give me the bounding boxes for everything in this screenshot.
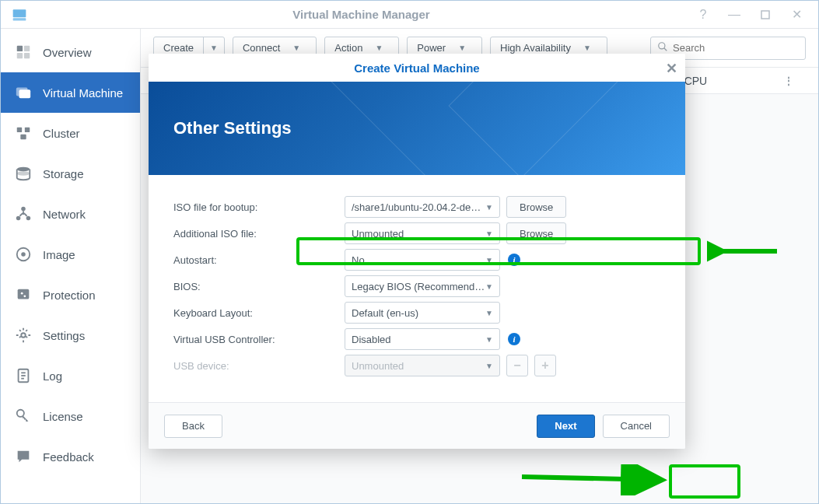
autostart-label: Autostart: [173, 254, 345, 266]
svg-point-14 [21, 207, 26, 212]
keyboard-value: Default (en-us) [352, 307, 485, 319]
column-options-icon[interactable]: ⋮ [783, 75, 795, 87]
sidebar-item-label: Storage [43, 167, 84, 180]
sidebar-item-network[interactable]: Network [1, 194, 140, 234]
svg-rect-8 [19, 89, 31, 98]
back-button[interactable]: Back [164, 415, 222, 438]
sidebar-item-storage[interactable]: Storage [1, 153, 140, 194]
cancel-button[interactable]: Cancel [603, 415, 670, 438]
sidebar-item-label: Feedback [43, 450, 94, 464]
autostart-value: No [352, 254, 485, 266]
svg-rect-4 [24, 46, 30, 51]
addl-iso-browse-button[interactable]: Browse [506, 222, 566, 244]
storage-icon [15, 165, 32, 182]
row-autostart: Autostart: No ▼ i [173, 247, 660, 273]
svg-rect-2 [761, 11, 769, 19]
iso-boot-select[interactable]: /share1/ubuntu-20.04.2-desktop-amd64.iso… [345, 196, 500, 218]
caret-down-icon: ▼ [485, 282, 493, 291]
protection-icon [15, 286, 32, 303]
info-icon[interactable]: i [508, 333, 520, 345]
usbctrl-label: Virtual USB Controller: [173, 334, 345, 345]
caret-down-icon: ▼ [485, 203, 493, 212]
bios-value: Legacy BIOS (Recommended) [352, 281, 485, 292]
sidebar-item-settings[interactable]: Settings [1, 315, 140, 355]
caret-down-icon: ▼ [485, 362, 493, 370]
iso-boot-browse-button[interactable]: Browse [506, 196, 566, 218]
close-button[interactable]: ✕ [781, 7, 812, 22]
row-additional-iso: Additional ISO file: Unmounted ▼ Browse [173, 220, 660, 247]
image-icon [15, 246, 32, 263]
usbctrl-select[interactable]: Disabled ▼ [345, 328, 500, 350]
action-label: Action [334, 42, 362, 54]
svg-point-18 [21, 252, 26, 257]
keyboard-select[interactable]: Default (en-us) ▼ [345, 302, 500, 324]
sidebar-item-label: Log [43, 369, 62, 383]
sidebar: Overview Virtual Machine Cluster Storage… [1, 29, 141, 503]
caret-down-icon: ▼ [577, 44, 597, 52]
row-usb-device: USB device: Unmounted ▼ − + [173, 352, 660, 379]
autostart-select[interactable]: No ▼ [345, 249, 500, 271]
info-icon[interactable]: i [508, 254, 520, 266]
caret-down-icon: ▼ [485, 256, 493, 264]
sidebar-item-label: License [43, 410, 83, 423]
bios-select[interactable]: Legacy BIOS (Recommended) ▼ [345, 275, 500, 297]
sidebar-item-label: Settings [43, 329, 85, 342]
svg-point-20 [21, 292, 23, 295]
sidebar-item-log[interactable]: Log [1, 355, 140, 396]
modal-heading: Other Settings [173, 118, 292, 138]
svg-point-13 [17, 171, 30, 176]
log-icon [15, 367, 32, 384]
overview-icon [15, 44, 32, 61]
app-window: Virtual Machine Manager ? — ✕ Overview V… [0, 0, 819, 504]
sidebar-item-virtual-machine[interactable]: Virtual Machine [1, 72, 140, 113]
caret-down-icon: ▼ [485, 229, 493, 238]
usbdev-remove-button: − [506, 355, 528, 376]
svg-rect-6 [24, 53, 30, 58]
caret-down-icon: ▼ [286, 44, 306, 52]
addl-iso-label: Additional ISO file: [173, 228, 345, 240]
power-label: Power [417, 42, 446, 54]
sidebar-item-cluster[interactable]: Cluster [1, 113, 140, 153]
create-vm-modal: Create Virtual Machine ✕ Other Settings … [149, 54, 685, 449]
sidebar-item-license[interactable]: License [1, 396, 140, 436]
license-icon [15, 408, 32, 425]
next-button[interactable]: Next [537, 415, 594, 438]
svg-point-21 [23, 295, 26, 297]
modal-banner: Other Settings [149, 82, 685, 175]
svg-point-12 [17, 167, 30, 172]
sidebar-item-image[interactable]: Image [1, 234, 140, 275]
caret-down-icon: ▼ [369, 44, 389, 52]
feedback-icon [15, 448, 32, 465]
sidebar-item-label: Protection [43, 289, 96, 302]
bios-label: BIOS: [173, 281, 345, 292]
row-iso-boot: ISO file for bootup: /share1/ubuntu-20.0… [173, 194, 660, 220]
caret-down-icon: ▼ [485, 335, 493, 344]
form-area: ISO file for bootup: /share1/ubuntu-20.0… [149, 175, 685, 402]
usbdev-add-button: + [534, 355, 556, 376]
svg-rect-3 [17, 46, 23, 51]
modal-close-button[interactable]: ✕ [666, 60, 677, 77]
sidebar-item-label: Overview [43, 46, 92, 59]
search-input[interactable] [668, 41, 805, 54]
svg-point-15 [16, 216, 21, 221]
usbctrl-value: Disabled [352, 334, 485, 345]
help-button[interactable]: ? [688, 8, 719, 22]
network-icon [15, 205, 32, 222]
usbdev-label: USB device: [173, 360, 345, 372]
keyboard-label: Keyboard Layout: [173, 307, 345, 319]
usbdev-select: Unmounted ▼ [345, 355, 500, 376]
sidebar-item-feedback[interactable]: Feedback [1, 436, 140, 477]
cluster-icon [15, 124, 32, 142]
addl-iso-select[interactable]: Unmounted ▼ [345, 222, 500, 244]
sidebar-item-protection[interactable]: Protection [1, 275, 140, 315]
sidebar-item-label: Network [43, 208, 86, 221]
maximize-button[interactable] [750, 8, 781, 22]
app-icon [12, 7, 27, 23]
sidebar-item-overview[interactable]: Overview [1, 32, 140, 72]
svg-rect-19 [18, 289, 30, 299]
svg-rect-11 [20, 135, 26, 139]
addl-iso-value: Unmounted [352, 228, 485, 240]
minimize-button[interactable]: — [719, 8, 750, 22]
svg-rect-9 [17, 128, 22, 132]
modal-title-bar: Create Virtual Machine ✕ [149, 54, 685, 82]
